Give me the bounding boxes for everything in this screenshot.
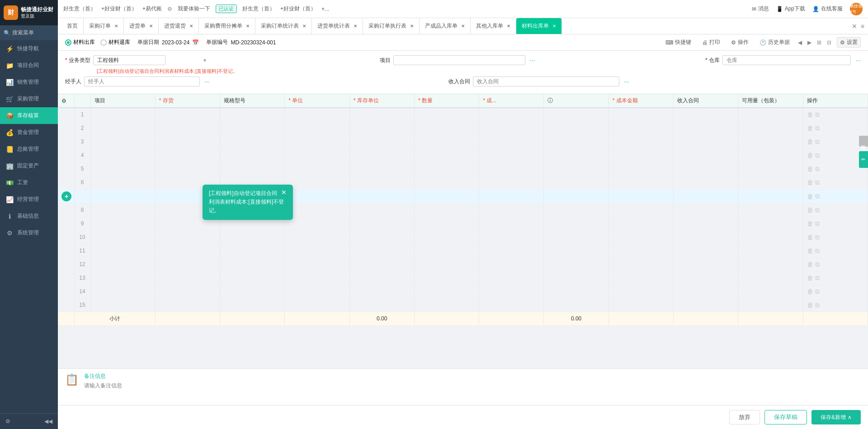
delete-icon-10[interactable]: 🗑 xyxy=(807,234,813,241)
project-dots-btn[interactable]: ··· xyxy=(530,57,535,64)
copy-icon-12[interactable]: ⧉ xyxy=(815,261,820,268)
td-project-3[interactable] xyxy=(90,135,155,148)
radio-material-out[interactable]: 材料出库 xyxy=(65,38,95,46)
warehouse-input[interactable] xyxy=(722,55,851,65)
sidebar-collapse-icon[interactable]: ◀◀ xyxy=(44,418,52,424)
sidebar-item-sales[interactable]: 📊 销售管理 xyxy=(0,74,58,91)
copy-icon-6[interactable]: ⧉ xyxy=(815,179,820,186)
copy-icon-5[interactable]: ⧉ xyxy=(815,165,820,173)
td-inventory-1[interactable] xyxy=(155,108,220,121)
tab-close-purchase-stat[interactable]: ✕ xyxy=(302,24,306,29)
sidebar-item-finance[interactable]: 💰 资金管理 xyxy=(0,124,58,141)
tab-receipt-stat[interactable]: 进货单统计表 ✕ xyxy=(312,18,363,34)
copy-icon-13[interactable]: ⧉ xyxy=(815,274,820,282)
td-cost-amount-1[interactable] xyxy=(609,108,673,121)
biz-type-input[interactable] xyxy=(93,55,165,65)
delete-icon-5[interactable]: 🗑 xyxy=(807,165,813,172)
sidebar-item-project[interactable]: 📁 项目合同 xyxy=(0,57,58,74)
warehouse-dots-btn[interactable]: ··· xyxy=(855,57,861,64)
tab-receipt-return[interactable]: 进货退货 ✕ xyxy=(159,18,199,34)
right-float-btn-2[interactable]: ✏ xyxy=(859,151,868,168)
tab-other-receipt[interactable]: 其他入库单 ✕ xyxy=(471,18,516,34)
tab-more-icon[interactable]: ≡ xyxy=(861,23,864,30)
tab-close-all-icon[interactable]: ✕ xyxy=(852,23,857,30)
sidebar-item-inventory[interactable]: 📦 库存核算 xyxy=(0,107,58,124)
operation-btn[interactable]: ⚙ 操作 xyxy=(728,38,751,47)
tooltip-close-btn[interactable]: ✕ xyxy=(281,189,287,195)
topbar-link-1[interactable]: 好生意（首） xyxy=(63,5,96,13)
add-row-btn[interactable]: + xyxy=(61,191,71,201)
td-project-2[interactable] xyxy=(90,121,155,135)
td-spec-1[interactable] xyxy=(220,108,285,121)
discard-button[interactable]: 放弃 xyxy=(729,410,760,424)
copy-icon-4[interactable]: ⧉ xyxy=(815,152,820,159)
topbar-link-5[interactable]: +好业财（首） xyxy=(280,5,316,13)
right-float-btn-1[interactable]: 附件 xyxy=(859,136,868,147)
sidebar-item-system[interactable]: ⚙ 系统管理 xyxy=(0,224,58,241)
app-download-btn[interactable]: 📱 App下载 xyxy=(776,5,805,13)
tab-home[interactable]: 首页 xyxy=(61,18,84,34)
sidebar-item-payroll[interactable]: 💵 工资 xyxy=(0,174,58,191)
tab-material-out[interactable]: 材料出库单 ✕ xyxy=(516,18,562,34)
notes-input[interactable] xyxy=(84,382,861,400)
delete-icon-9[interactable]: 🗑 xyxy=(807,220,813,227)
copy-icon-14[interactable]: ⧉ xyxy=(815,288,820,296)
sidebar-settings-icon[interactable]: ⚙ xyxy=(5,418,10,424)
topbar-link-6[interactable]: +... xyxy=(321,6,329,12)
copy-icon-3[interactable]: ⧉ xyxy=(815,138,820,146)
copy-icon-11[interactable]: ⧉ xyxy=(815,247,820,255)
agent-dots-btn[interactable]: ··· xyxy=(204,78,210,85)
sidebar-item-search[interactable]: 🔍 搜索菜单 xyxy=(0,25,58,40)
delete-icon-15[interactable]: 🗑 xyxy=(807,301,813,309)
delete-icon-14[interactable]: 🗑 xyxy=(807,288,813,295)
tab-finished-goods[interactable]: 产成品入库单 ✕ xyxy=(420,18,471,34)
tab-close-other-receipt[interactable]: ✕ xyxy=(507,24,510,29)
calendar-icon[interactable]: 📅 xyxy=(192,39,199,46)
td-store-unit-2[interactable] xyxy=(349,121,414,135)
income-contract-dots-btn[interactable]: ··· xyxy=(624,78,629,85)
tab-close-finished-goods[interactable]: ✕ xyxy=(461,24,465,29)
tab-purchase-exec[interactable]: 采购订单执行表 ✕ xyxy=(363,18,420,34)
settings-btn[interactable]: ⚙ 设置 xyxy=(837,37,861,48)
sidebar-item-basic-info[interactable]: ℹ 基础信息 xyxy=(0,208,58,224)
copy-icon-10[interactable]: ⧉ xyxy=(815,234,820,241)
delete-icon-4[interactable]: 🗑 xyxy=(807,152,813,159)
td-contract-1[interactable] xyxy=(674,108,738,121)
copy-icon-7[interactable]: ⧉ xyxy=(815,192,820,200)
delete-icon-1[interactable]: 🗑 xyxy=(807,111,813,118)
radio-material-return[interactable]: 材料退库 xyxy=(100,38,130,46)
td-qty-2[interactable] xyxy=(414,121,479,135)
income-contract-input[interactable] xyxy=(473,76,619,86)
shortcut-btn[interactable]: ⌨ 快捷键 xyxy=(663,38,694,47)
tab-close-purchase-exec[interactable]: ✕ xyxy=(410,24,414,29)
tab-purchase-order[interactable]: 采购订单 ✕ xyxy=(84,18,124,34)
td-unit-1[interactable] xyxy=(285,108,349,121)
delete-icon-11[interactable]: 🗑 xyxy=(807,247,813,254)
tab-purchase-stat[interactable]: 采购订单统计表 ✕ xyxy=(255,18,312,34)
tab-close-receipt-return[interactable]: ✕ xyxy=(189,24,193,29)
td-inventory-2[interactable] xyxy=(155,121,220,135)
sidebar-item-assets[interactable]: 🏢 固定资产 xyxy=(0,157,58,174)
active-cell-input[interactable] xyxy=(75,191,90,201)
td-project-1[interactable] xyxy=(90,108,155,121)
topbar-link-3[interactable]: +易代账 xyxy=(142,5,162,13)
tab-close-receipt-stat[interactable]: ✕ xyxy=(354,24,357,29)
nav-next-btn[interactable]: ▶ xyxy=(807,39,811,46)
online-service-btn[interactable]: 👤 在线客服 xyxy=(812,5,843,13)
copy-icon-2[interactable]: ⧉ xyxy=(815,124,820,132)
save-draft-button[interactable]: 保存草稿 xyxy=(764,410,807,424)
copy-icon-8[interactable]: ⧉ xyxy=(815,206,820,214)
td-cost-1[interactable] xyxy=(479,108,544,121)
delete-icon-7[interactable]: 🗑 xyxy=(807,193,813,200)
delete-icon-13[interactable]: 🗑 xyxy=(807,274,813,281)
td-spec-2[interactable] xyxy=(220,121,285,135)
copy-icon-1[interactable]: ⧉ xyxy=(815,111,820,119)
td-cost-amount-2[interactable] xyxy=(609,121,673,135)
td-unit-2[interactable] xyxy=(285,121,349,135)
tab-close-material-out[interactable]: ✕ xyxy=(552,24,556,29)
sidebar-item-quicknav[interactable]: ⚡ 快捷导航 xyxy=(0,40,58,57)
history-btn[interactable]: 🕐 历史单据 xyxy=(757,38,793,47)
tab-close-purchase-expense[interactable]: ✕ xyxy=(246,24,250,29)
tab-purchase-expense[interactable]: 采购费用分摊单 ✕ xyxy=(199,18,255,34)
td-qty-1[interactable] xyxy=(414,108,479,121)
